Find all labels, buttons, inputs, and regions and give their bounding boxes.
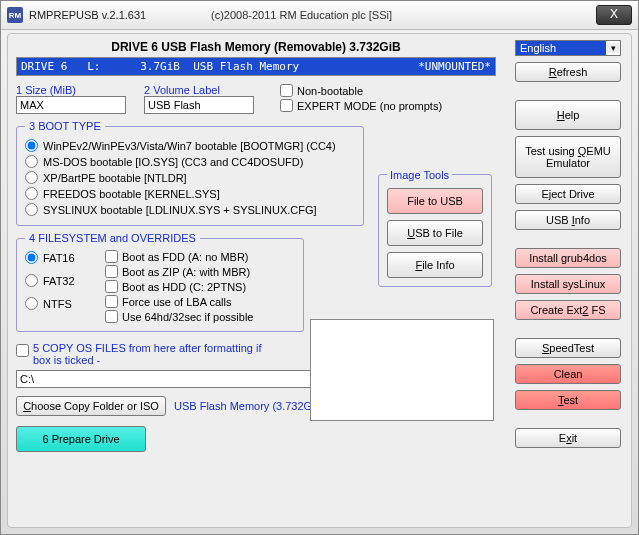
size-input[interactable] — [16, 96, 126, 114]
fs-fat32[interactable]: FAT32 — [25, 274, 105, 287]
test-button[interactable]: Test — [515, 390, 621, 410]
language-select[interactable]: English ▾ — [515, 40, 621, 56]
drive-list[interactable]: DRIVE 6 L: 3.7GiB USB Flash Memory *UNMO… — [16, 57, 496, 76]
syslinux-button[interactable]: Install sysLinux — [515, 274, 621, 294]
choose-folder-button[interactable]: Choose Copy Folder or ISO — [16, 396, 166, 416]
lba-check[interactable]: Force use of LBA calls — [105, 295, 295, 308]
close-button[interactable]: X — [596, 5, 632, 25]
copyos-check[interactable]: 5 COPY OS FILES from here after formatti… — [16, 342, 266, 366]
help-button[interactable]: Help — [515, 100, 621, 130]
language-value: English — [516, 41, 606, 55]
expert-check[interactable]: EXPERT MODE (no prompts) — [280, 99, 442, 112]
volume-input[interactable] — [144, 96, 254, 114]
chevron-down-icon: ▾ — [606, 43, 620, 53]
copyright: (c)2008-2011 RM Education plc [SSi] — [211, 9, 392, 21]
boot-syslinux[interactable]: SYSLINUX bootable [LDLINUX.SYS + SYSLINU… — [25, 203, 355, 216]
volume-label: 2 Volume Label — [144, 84, 254, 96]
app-title: RMPREPUSB v.2.1.631 — [29, 9, 146, 21]
drive-header: DRIVE 6 USB Flash Memory (Removable) 3.7… — [16, 40, 496, 54]
grub-button[interactable]: Install grub4dos — [515, 248, 621, 268]
nonbootable-check[interactable]: Non-bootable — [280, 84, 442, 97]
usbinfo-button[interactable]: USB Info — [515, 210, 621, 230]
qemu-button[interactable]: Test using QEMU Emulator — [515, 136, 621, 178]
filesystem-group: 4 FILESYSTEM and OVERRIDES FAT16 FAT32 N… — [16, 232, 304, 332]
file-info-button[interactable]: File Info — [387, 252, 483, 278]
clean-button[interactable]: Clean — [515, 364, 621, 384]
fs-fat16[interactable]: FAT16 — [25, 251, 105, 264]
image-tools-group: Image Tools File to USB USB to File File… — [378, 174, 492, 287]
app-icon: RM — [7, 7, 23, 23]
boot-freedos[interactable]: FREEDOS bootable [KERNEL.SYS] — [25, 187, 355, 200]
hdd-check[interactable]: Boot as HDD (C: 2PTNS) — [105, 280, 295, 293]
size-label: 1 Size (MiB) — [16, 84, 126, 96]
zip-check[interactable]: Boot as ZIP (A: with MBR) — [105, 265, 295, 278]
boot-legend: 3 BOOT TYPE — [25, 120, 105, 132]
imgtools-legend: Image Tools — [387, 169, 452, 181]
fdd-check[interactable]: Boot as FDD (A: no MBR) — [105, 250, 295, 263]
refresh-button[interactable]: Refresh — [515, 62, 621, 82]
sec-check[interactable]: Use 64hd/32sec if possible — [105, 310, 295, 323]
boot-type-group: 3 BOOT TYPE WinPEv2/WinPEv3/Vista/Win7 b… — [16, 120, 364, 226]
boot-msdos[interactable]: MS-DOS bootable [IO.SYS] (CC3 and CC4DOS… — [25, 155, 355, 168]
boot-winpe[interactable]: WinPEv2/WinPEv3/Vista/Win7 bootable [BOO… — [25, 139, 355, 152]
fs-ntfs[interactable]: NTFS — [25, 297, 105, 310]
boot-xp[interactable]: XP/BartPE bootable [NTLDR] — [25, 171, 355, 184]
ext2-button[interactable]: Create Ext2 FS — [515, 300, 621, 320]
right-panel: English ▾ Refresh Help Test using QEMU E… — [515, 40, 621, 448]
output-box — [310, 319, 494, 421]
file-to-usb-button[interactable]: File to USB — [387, 188, 483, 214]
speedtest-button[interactable]: SpeedTest — [515, 338, 621, 358]
client-area: DRIVE 6 USB Flash Memory (Removable) 3.7… — [7, 33, 632, 528]
drive-entry: DRIVE 6 L: 3.7GiB USB Flash Memory — [21, 60, 418, 73]
exit-button[interactable]: Exit — [515, 428, 621, 448]
fs-legend: 4 FILESYSTEM and OVERRIDES — [25, 232, 200, 244]
prepare-drive-button[interactable]: 6 Prepare Drive — [16, 426, 146, 452]
titlebar: RM RMPREPUSB v.2.1.631 (c)2008-2011 RM E… — [1, 1, 638, 30]
drive-status: *UNMOUNTED* — [418, 60, 491, 73]
usb-to-file-button[interactable]: USB to File — [387, 220, 483, 246]
eject-button[interactable]: Eject Drive — [515, 184, 621, 204]
